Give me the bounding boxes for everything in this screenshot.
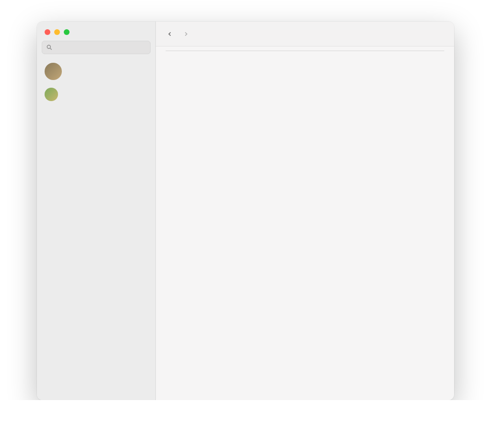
search-input[interactable] — [56, 44, 146, 51]
titlebar — [156, 22, 454, 46]
sidebar — [37, 22, 156, 400]
minimize-button[interactable] — [54, 29, 60, 35]
content-pane — [156, 22, 454, 400]
back-button[interactable] — [164, 29, 175, 39]
search-icon — [46, 44, 53, 51]
close-button[interactable] — [45, 29, 50, 35]
settings-window — [37, 22, 454, 400]
apple-id-account[interactable] — [42, 59, 151, 84]
window-controls — [42, 26, 151, 41]
content-scroll[interactable] — [156, 46, 454, 400]
top-list — [165, 50, 444, 51]
family-row[interactable] — [42, 84, 151, 105]
forward-button[interactable] — [181, 29, 191, 39]
zoom-button[interactable] — [64, 29, 70, 35]
svg-point-0 — [47, 45, 50, 48]
avatar — [45, 63, 62, 80]
family-avatar — [45, 88, 58, 101]
search-field[interactable] — [42, 41, 151, 54]
